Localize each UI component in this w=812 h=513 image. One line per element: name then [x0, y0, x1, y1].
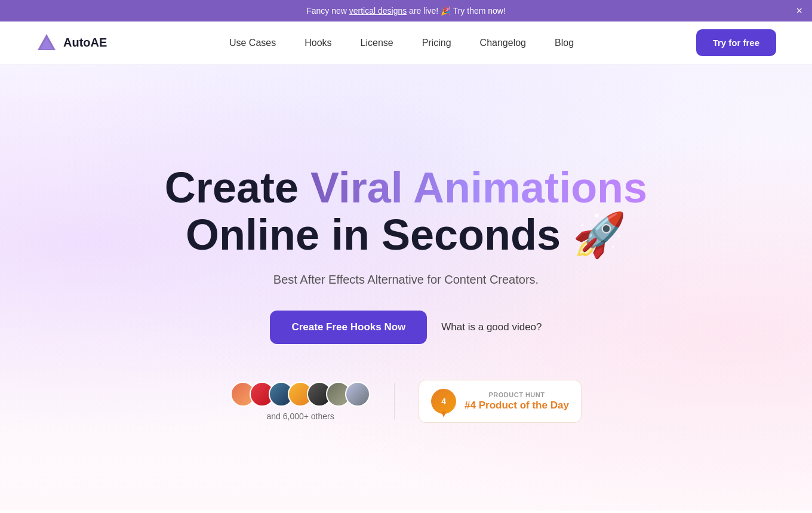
social-proof: and 6,000+ others 4 PRODUCT HUNT #4 Prod…	[230, 380, 582, 423]
vertical-divider	[394, 383, 395, 419]
logo-icon	[36, 32, 57, 54]
nav-item-use-cases[interactable]: Use Cases	[229, 38, 276, 48]
ph-medal: 4	[431, 389, 456, 414]
avatars-group: and 6,000+ others	[230, 382, 370, 421]
try-for-free-button[interactable]: Try for free	[696, 29, 776, 56]
banner-link[interactable]: vertical designs	[349, 6, 407, 16]
hero-buttons: Create Free Hooks Now What is a good vid…	[270, 311, 542, 344]
announcement-banner: Fancy new vertical designs are live! 🎉 T…	[0, 0, 812, 21]
hero-title-gradient: Viral Animations	[310, 164, 647, 211]
ph-title: #4 Product of the Day	[465, 400, 569, 411]
nav-item-changelog[interactable]: Changelog	[480, 38, 526, 48]
avatars-label: and 6,000+ others	[266, 411, 334, 421]
logo-link[interactable]: AutoAE	[36, 32, 107, 54]
logo-text: AutoAE	[63, 36, 107, 50]
ph-text-group: PRODUCT HUNT #4 Product of the Day	[465, 391, 569, 411]
banner-close-button[interactable]: ×	[796, 5, 802, 16]
banner-text: Fancy new vertical designs are live! 🎉 T…	[306, 6, 506, 16]
hero-subtitle: Best After Effects Alternative for Conte…	[273, 273, 539, 287]
avatars-row	[230, 382, 370, 407]
nav-item-hooks[interactable]: Hooks	[304, 38, 331, 48]
create-hooks-button[interactable]: Create Free Hooks Now	[270, 311, 427, 344]
hero-section: Create Viral Animations Online in Second…	[0, 64, 812, 511]
ph-label: PRODUCT HUNT	[465, 391, 569, 398]
nav-links: Use Cases Hooks License Pricing Changelo…	[229, 38, 574, 48]
main-nav: AutoAE Use Cases Hooks License Pricing C…	[0, 21, 812, 64]
avatar	[345, 382, 370, 407]
nav-item-pricing[interactable]: Pricing	[422, 38, 451, 48]
hero-title: Create Viral Animations Online in Second…	[165, 164, 647, 259]
nav-item-blog[interactable]: Blog	[555, 38, 574, 48]
product-hunt-badge[interactable]: 4 PRODUCT HUNT #4 Product of the Day	[419, 380, 582, 423]
what-is-good-video-button[interactable]: What is a good video?	[441, 321, 542, 333]
nav-item-license[interactable]: License	[361, 38, 393, 48]
